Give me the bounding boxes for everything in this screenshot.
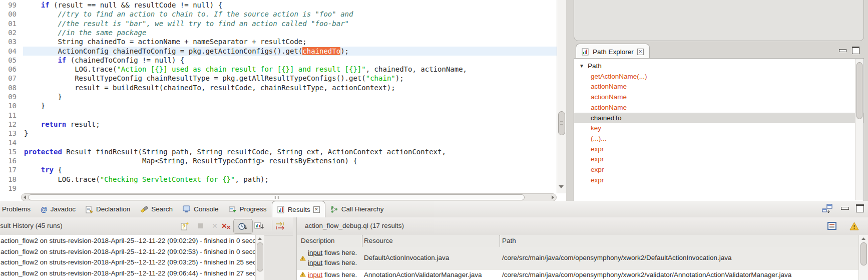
- history-run-item[interactable]: action_flow2 on struts-revision-2018-Apr…: [1, 257, 255, 268]
- line-number[interactable]: 03: [0, 37, 17, 46]
- tree-item[interactable]: expr: [574, 164, 864, 175]
- minimize-view-button[interactable]: [841, 207, 849, 210]
- editor-vertical-scrollbar[interactable]: [557, 0, 566, 193]
- sort-by-results-icon[interactable]: [254, 220, 265, 231]
- tab-call-hierarchy[interactable]: Call Hierarchy: [325, 201, 389, 217]
- line-number[interactable]: 18: [0, 175, 17, 184]
- history-run-item[interactable]: action_flow2 on struts-revision-2018-Apr…: [1, 246, 255, 257]
- column-header-resource[interactable]: Resource: [364, 237, 393, 244]
- maximize-view-button[interactable]: [856, 204, 864, 212]
- compare-runs-icon[interactable]: [275, 220, 286, 231]
- code-line[interactable]: LOG.trace("Action [{}] used as chain res…: [24, 65, 467, 74]
- results-vertical-scrollbar[interactable]: [858, 235, 868, 280]
- line-number[interactable]: 00: [0, 10, 17, 19]
- code-editor[interactable]: 9900010203040506070809101112131415161718…: [0, 0, 566, 201]
- tab-problems[interactable]: Problems: [0, 201, 36, 217]
- scrollbar-thumb[interactable]: [860, 242, 867, 265]
- scrollbar-thumb[interactable]: [856, 62, 862, 119]
- tree-item[interactable]: getActionName(...): [574, 71, 864, 82]
- tree-vertical-scrollbar[interactable]: [855, 59, 863, 200]
- code-line[interactable]: LOG.trace("Checking ServletContext for {…: [24, 175, 269, 184]
- line-number[interactable]: 05: [0, 56, 17, 65]
- chevron-down-icon[interactable]: ▼: [579, 63, 584, 69]
- tree-item[interactable]: chainedTo: [574, 113, 864, 123]
- code-line[interactable]: if (chainedToConfig != null) {: [24, 56, 184, 65]
- code-line[interactable]: }: [24, 92, 62, 101]
- minimize-view-button[interactable]: [839, 49, 846, 52]
- line-number[interactable]: 02: [0, 28, 17, 37]
- column-header-description[interactable]: Description: [301, 237, 335, 244]
- code-line[interactable]: protected Result findResult(String path,…: [24, 147, 446, 156]
- history-run-item[interactable]: action_flow2 on struts-revision-2018-Apr…: [1, 268, 255, 279]
- code-line[interactable]: ResultTypeConfig chainResultType = pkg.g…: [24, 74, 404, 83]
- history-run-item[interactable]: action_flow2 on struts-revision-2018-Apr…: [1, 235, 255, 246]
- code-line[interactable]: return result;: [24, 120, 100, 129]
- tree-item[interactable]: expr: [574, 144, 864, 154]
- tree-item[interactable]: actionName: [574, 92, 864, 102]
- scroll-up-arrow-icon[interactable]: [861, 237, 865, 240]
- scroll-left-arrow-icon[interactable]: [24, 195, 26, 199]
- sort-by-date-button[interactable]: [233, 219, 253, 234]
- resource-cell[interactable]: AnnotationActionValidatorManager.java: [364, 271, 482, 278]
- flow-step-link[interactable]: input: [308, 249, 322, 256]
- code-line[interactable]: if (result == null && resultCode != null…: [24, 1, 222, 10]
- line-number[interactable]: 07: [0, 74, 17, 83]
- line-number[interactable]: 10: [0, 101, 17, 110]
- tree-root[interactable]: ▼Path: [574, 61, 854, 71]
- editor-horizontal-scrollbar[interactable]: [21, 193, 557, 201]
- scroll-up-arrow-icon[interactable]: [258, 237, 262, 240]
- show-table-icon[interactable]: [826, 220, 837, 231]
- maximize-view-button[interactable]: [852, 47, 859, 54]
- scroll-right-arrow-icon[interactable]: [552, 195, 554, 199]
- result-row[interactable]: input flows here.AnnotationActionValidat…: [297, 270, 858, 280]
- path-explorer-tab[interactable]: Path Explorer ✕: [576, 44, 650, 59]
- code-line[interactable]: //in the same package: [24, 28, 146, 37]
- tab-javadoc[interactable]: @Javadoc: [36, 201, 81, 217]
- resource-cell[interactable]: DefaultActionInvocation.java: [364, 254, 449, 261]
- tree-item[interactable]: (...)...: [574, 133, 864, 144]
- line-number[interactable]: 17: [0, 165, 17, 174]
- line-number[interactable]: 99: [0, 1, 17, 10]
- tab-console[interactable]: Console: [178, 201, 224, 217]
- scrollbar-thumb[interactable]: [558, 111, 565, 135]
- line-number[interactable]: 08: [0, 83, 17, 92]
- code-line[interactable]: }: [24, 101, 45, 110]
- code-line[interactable]: }: [24, 129, 28, 138]
- tree-item[interactable]: actionName: [574, 102, 864, 113]
- line-number[interactable]: 11: [0, 111, 17, 120]
- line-number[interactable]: 06: [0, 65, 17, 74]
- line-number[interactable]: 15: [0, 147, 17, 156]
- occurrence-highlight[interactable]: chainedTo: [302, 47, 340, 55]
- query-help-icon[interactable]: ?: [179, 220, 190, 231]
- code-line[interactable]: result = buildResult(chainedTo, resultCo…: [24, 83, 395, 92]
- line-number[interactable]: 09: [0, 92, 17, 101]
- code-line[interactable]: //try to find an action to chain to. If …: [24, 10, 353, 19]
- tree-item[interactable]: key: [574, 123, 864, 133]
- line-number[interactable]: 12: [0, 120, 17, 129]
- path-cell[interactable]: /core/src/main/java/com/opensymphony/xwo…: [502, 271, 791, 278]
- line-number-gutter[interactable]: 9900010203040506070809101112131415161718…: [0, 0, 23, 193]
- code-text-area[interactable]: if (result == null && resultCode != null…: [23, 0, 557, 193]
- history-vertical-scrollbar[interactable]: [255, 235, 264, 280]
- result-row[interactable]: input flows here.input flows here.Defaul…: [297, 247, 858, 270]
- stop-run-icon[interactable]: [195, 220, 206, 231]
- line-number[interactable]: 14: [0, 138, 17, 147]
- code-line[interactable]: ActionConfig chainedToConfig = pkg.getAc…: [24, 47, 349, 56]
- code-line[interactable]: String chainedTo = actionName + nameSepa…: [24, 37, 307, 46]
- line-number[interactable]: 13: [0, 129, 17, 138]
- code-line[interactable]: Map<String, ResultTypeConfig> resultsByE…: [24, 156, 357, 165]
- line-number[interactable]: 19: [0, 184, 17, 193]
- scrollbar-thumb[interactable]: [257, 242, 263, 271]
- line-number[interactable]: 04: [0, 47, 17, 56]
- warning-icon[interactable]: [848, 220, 859, 231]
- path-cell[interactable]: /core/src/main/java/com/opensymphony/xwo…: [502, 254, 731, 261]
- tab-results[interactable]: Results✕: [272, 201, 325, 217]
- column-header-path[interactable]: Path: [502, 237, 516, 244]
- tree-item[interactable]: expr: [574, 154, 864, 164]
- tab-search[interactable]: Search: [135, 201, 178, 217]
- restore-views-icon[interactable]: [822, 203, 834, 214]
- close-icon[interactable]: ✕: [637, 49, 644, 55]
- flow-step-link[interactable]: input: [308, 271, 322, 278]
- tree-item[interactable]: actionName: [574, 81, 864, 92]
- scrollbar-thumb[interactable]: [28, 194, 525, 200]
